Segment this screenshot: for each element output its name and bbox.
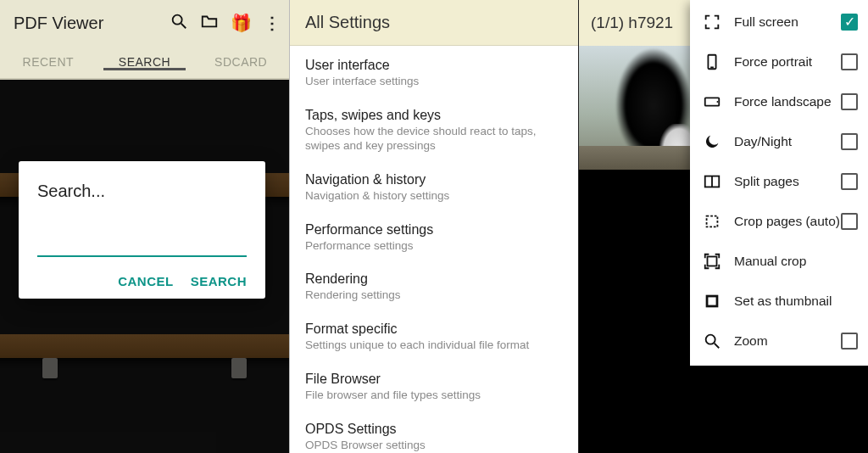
dialog-title: Search...: [37, 182, 247, 201]
gift-icon[interactable]: 🎁: [231, 13, 252, 33]
manualcrop-icon: [700, 252, 724, 271]
menu-item[interactable]: Day/Night: [690, 121, 868, 161]
settings-item-sub: Rendering settings: [305, 288, 563, 303]
settings-item[interactable]: OPDS SettingsOPDS Browser settings: [290, 413, 578, 453]
pane-pdf-viewer: PDF Viewer 🎁 ⋮ RECENT SEARCH SDCARD Sear…: [0, 0, 289, 453]
settings-header: All Settings: [290, 0, 578, 46]
overflow-menu-icon[interactable]: ⋮: [264, 13, 279, 33]
menu-item-label: Day/Night: [724, 134, 841, 149]
checkbox[interactable]: [841, 133, 858, 150]
settings-item-sub: File browser and file types settings: [305, 389, 563, 403]
tab-search[interactable]: SEARCH: [97, 55, 193, 69]
settings-item-title: OPDS Settings: [305, 422, 563, 437]
settings-item-title: User interface: [305, 58, 563, 73]
menu-item-label: Zoom: [724, 333, 841, 349]
settings-item-sub: Settings unique to each individual file …: [305, 338, 563, 353]
svg-line-1: [181, 24, 186, 29]
settings-item-sub: User interface settings: [305, 75, 563, 89]
svg-rect-11: [708, 297, 715, 305]
menu-item-label: Set as thumbnail: [724, 294, 858, 309]
menu-item[interactable]: Set as thumbnail: [690, 281, 868, 321]
settings-item[interactable]: Taps, swipes and keysChooses how the dev…: [290, 99, 578, 164]
topbar: PDF Viewer 🎁 ⋮: [0, 0, 289, 46]
menu-item-label: Crop pages (auto): [724, 214, 841, 229]
settings-item-title: Taps, swipes and keys: [305, 108, 563, 123]
menu-item-label: Force landscape: [724, 94, 841, 109]
tab-recent[interactable]: RECENT: [0, 55, 97, 69]
autocrop-icon: [700, 212, 724, 231]
fullscreen-icon: [700, 13, 724, 31]
menu-item-label: Full screen: [724, 14, 841, 30]
settings-item[interactable]: User interfaceUser interface settings: [290, 49, 578, 99]
settings-item-sub: Chooses how the device should react to t…: [305, 125, 563, 154]
settings-item[interactable]: File BrowserFile browser and file types …: [290, 363, 578, 413]
menu-item-label: Manual crop: [724, 254, 858, 269]
settings-item-title: Rendering: [305, 271, 563, 287]
settings-item-title: Navigation & history: [305, 172, 563, 187]
folder-icon[interactable]: [200, 12, 219, 34]
search-input[interactable]: [37, 233, 247, 257]
menu-item[interactable]: Split pages: [690, 161, 868, 201]
settings-item[interactable]: Performance settingsPerformance settings: [290, 214, 578, 264]
settings-item-title: File Browser: [305, 372, 563, 387]
search-dialog: Search... CANCEL SEARCH: [19, 161, 265, 299]
menu-item-label: Split pages: [724, 174, 841, 189]
landscape-icon: [700, 92, 724, 111]
svg-line-13: [715, 343, 720, 348]
tab-sdcard[interactable]: SDCARD: [192, 55, 289, 69]
settings-item-sub: OPDS Browser settings: [305, 439, 563, 453]
overflow-menu: Full screen✓Force portraitForce landscap…: [690, 0, 868, 366]
menu-item[interactable]: Force portrait: [690, 42, 868, 81]
tab-bar: RECENT SEARCH SDCARD: [0, 46, 289, 80]
svg-rect-8: [707, 215, 718, 226]
menu-item-label: Force portrait: [724, 54, 841, 70]
settings-item[interactable]: Format specificSettings unique to each i…: [290, 313, 578, 363]
app-title: PDF Viewer: [7, 14, 170, 33]
checkbox[interactable]: [841, 333, 858, 350]
menu-item[interactable]: Force landscape: [690, 81, 868, 121]
menu-item[interactable]: Zoom: [690, 321, 868, 361]
settings-item-title: Format specific: [305, 322, 563, 337]
settings-item[interactable]: RenderingRendering settings: [290, 263, 578, 313]
settings-item[interactable]: Navigation & historyNavigation & history…: [290, 164, 578, 214]
checkbox[interactable]: [841, 53, 858, 70]
checkbox[interactable]: [841, 173, 858, 190]
pane-all-settings: All Settings User interfaceUser interfac…: [289, 0, 578, 453]
portrait-icon: [700, 53, 724, 71]
svg-point-12: [706, 334, 715, 344]
settings-item-sub: Navigation & history settings: [305, 189, 563, 204]
settings-item-title: Performance settings: [305, 222, 563, 238]
zoom-icon: [700, 332, 724, 350]
dialog-actions: CANCEL SEARCH: [37, 274, 247, 288]
split-icon: [700, 172, 724, 191]
menu-item[interactable]: Crop pages (auto): [690, 201, 868, 241]
topbar-actions: 🎁 ⋮: [170, 12, 282, 34]
checkbox[interactable]: [841, 213, 858, 230]
pane-viewer: (1/1) h7921 Full screen✓Force portraitFo…: [578, 0, 868, 453]
moon-icon: [700, 132, 724, 151]
svg-point-0: [173, 15, 182, 25]
checkbox[interactable]: ✓: [841, 14, 858, 31]
settings-title: All Settings: [305, 13, 390, 32]
viewer-title: (1/1) h7921: [591, 14, 673, 32]
menu-item[interactable]: Full screen✓: [690, 2, 868, 42]
svg-point-5: [717, 101, 719, 103]
settings-item-sub: Performance settings: [305, 239, 563, 254]
thumbnail-icon: [700, 292, 724, 310]
search-button[interactable]: SEARCH: [191, 274, 247, 288]
settings-list: User interfaceUser interface settingsTap…: [290, 46, 578, 453]
search-icon[interactable]: [170, 12, 188, 34]
cancel-button[interactable]: CANCEL: [118, 274, 174, 288]
svg-rect-9: [708, 256, 717, 266]
menu-item[interactable]: Manual crop: [690, 241, 868, 281]
checkbox[interactable]: [841, 93, 858, 110]
